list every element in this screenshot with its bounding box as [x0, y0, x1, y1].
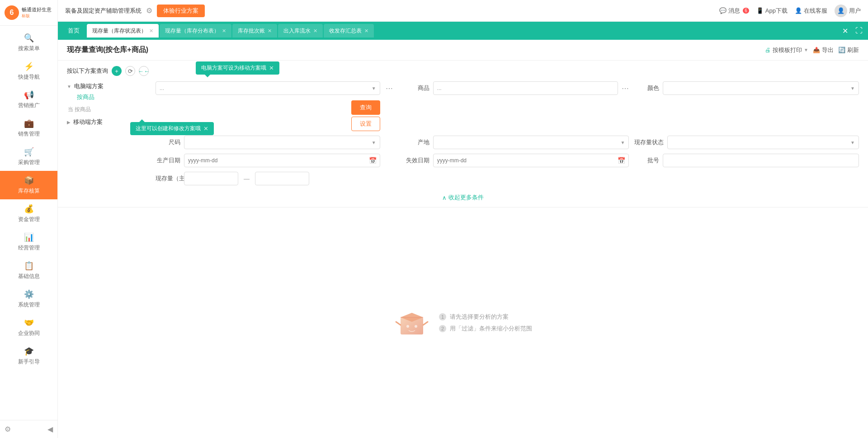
tabbar: 首页 现存量（库存状况表） ✕ 现存量（库存分布表） ✕ 库存批次账 ✕ 出入库… — [58, 22, 868, 40]
origin-select[interactable]: ▼ — [433, 136, 629, 149]
production-date-input[interactable] — [184, 154, 380, 167]
operations-icon: 📊 — [24, 232, 34, 242]
expiry-date-calendar-icon[interactable]: 📅 — [618, 157, 625, 164]
sidebar-item-quicknav[interactable]: ⚡ 快捷导航 — [0, 57, 57, 85]
tabbar-expand[interactable]: ⛶ — [854, 26, 864, 36]
svg-line-6 — [423, 322, 428, 325]
message-action[interactable]: 💬 消息 6 — [719, 7, 749, 15]
tooltip-create-scheme: 这里可以创建和修改方案哦 ✕ — [130, 122, 214, 135]
filter-row-1: ... ▼ ⋯ 商品 ... ⋯ — [156, 81, 859, 131]
stock-main-input-from[interactable] — [184, 172, 238, 185]
size-label: 尺码 — [156, 138, 180, 146]
filter-label: 按以下方案查询 — [67, 67, 108, 75]
warehouse-more-icon[interactable]: ⋯ — [386, 84, 399, 93]
sidebar-item-basic[interactable]: 📋 基础信息 — [0, 256, 57, 285]
sales-icon: 💼 — [24, 118, 34, 128]
warehouse-select[interactable]: ... ▼ — [156, 81, 380, 95]
tab-home[interactable]: 首页 — [61, 22, 86, 40]
online-service-label: 在线客服 — [804, 7, 827, 15]
sidebar-item-marketing[interactable]: 📢 营销推广 — [0, 85, 57, 114]
expiry-date-label: 失效日期 — [405, 156, 429, 165]
collapse-button[interactable]: ∧ 收起更多条件 — [442, 193, 484, 202]
refresh-button[interactable]: 🔄 刷新 — [838, 46, 859, 54]
search-button[interactable]: 查询 — [351, 100, 380, 115]
expand-arrow-icon: ▼ — [67, 84, 71, 89]
warehouse-field: ... ▼ — [156, 81, 380, 95]
tab-inventory-dist[interactable]: 现存量（库存分布表） ✕ — [160, 24, 231, 38]
tab-summary[interactable]: 收发存汇总表 ✕ — [324, 24, 374, 38]
sidebar-item-guide[interactable]: 🎓 新手引导 — [0, 342, 57, 370]
batch-input[interactable] — [663, 154, 859, 167]
collapse-up-icon: ∧ — [442, 194, 447, 201]
user-action[interactable]: 👤 用户 — [835, 5, 861, 17]
expiry-date-input[interactable] — [433, 154, 629, 167]
tab-close-icon[interactable]: ✕ — [222, 28, 226, 34]
sidebar-item-label: 快捷导航 — [18, 73, 40, 81]
desktop-scheme-header[interactable]: ▼ 电脑端方案 — [67, 81, 148, 91]
tab-close-icon[interactable]: ✕ — [313, 28, 317, 34]
filter-row-2: 尺码 ▼ 产地 ▼ — [156, 136, 859, 149]
color-select[interactable]: ▼ — [663, 81, 859, 95]
settings-icon[interactable]: ⚙ — [5, 425, 11, 433]
scheme-item-goods[interactable]: 按商品 — [67, 91, 148, 103]
tip-num-1: 1 — [439, 313, 446, 320]
desktop-scheme-label: 电脑端方案 — [74, 82, 104, 90]
stock-status-select[interactable]: ▼ — [667, 136, 859, 149]
tab-close-icon[interactable]: ✕ — [268, 28, 272, 34]
brand-name: 畅通道好生意 — [22, 6, 52, 13]
sidebar-item-system[interactable]: ⚙️ 系统管理 — [0, 285, 57, 313]
tooltip1-close[interactable]: ✕ — [269, 65, 274, 71]
topbar-settings-icon[interactable]: ⚙ — [146, 6, 152, 15]
sidebar-item-sales[interactable]: 💼 销售管理 — [0, 114, 57, 142]
tab-inventory-status[interactable]: 现存量（库存状况表） ✕ — [87, 24, 159, 38]
app-download-action[interactable]: 📱 App下载 — [756, 7, 788, 15]
sidebar-item-label: 库存核算 — [18, 187, 40, 195]
online-service-action[interactable]: 👤 在线客服 — [795, 7, 827, 15]
marketing-icon: 📢 — [24, 90, 34, 100]
search-nav-icon: 🔍 — [24, 33, 34, 43]
tooltip2-close[interactable]: ✕ — [203, 125, 208, 132]
sidebar-item-inventory[interactable]: 📦 库存核算 — [0, 171, 57, 199]
data-area: 1 请先选择要分析的方案 2 用「过滤」条件来缩小分析范围 — [58, 207, 868, 438]
brand-badge: 标版 — [22, 13, 52, 19]
export-icon: 📤 — [813, 47, 820, 53]
print-template-button[interactable]: 🖨 按模板打印 ▼ — [765, 46, 808, 54]
tab-batch-account[interactable]: 库存批次账 ✕ — [232, 24, 277, 38]
production-date-calendar-icon[interactable]: 📅 — [369, 157, 377, 164]
reset-button[interactable]: 设置 — [351, 117, 380, 131]
goods-more-icon[interactable]: ⋯ — [622, 84, 629, 93]
refresh-scheme-button[interactable]: ⟳ — [125, 66, 135, 76]
tab-inout-flow[interactable]: 出入库流水 ✕ — [278, 24, 323, 38]
tabbar-actions: ✕ ⛶ — [840, 26, 864, 36]
tab-label: 库存批次账 — [238, 27, 265, 35]
expiry-date-field: 失效日期 📅 — [405, 154, 629, 167]
sidebar-item-search[interactable]: 🔍 搜索菜单 — [0, 28, 57, 57]
system-icon: ⚙️ — [24, 289, 34, 299]
tip-text-2: 用「过滤」条件来缩小分析范围 — [450, 325, 532, 333]
tab-close-icon[interactable]: ✕ — [364, 28, 368, 34]
add-scheme-button[interactable]: + — [112, 66, 122, 76]
warehouse-dots: ... — [160, 85, 164, 91]
empty-icon — [394, 305, 430, 341]
sidebar-item-collab[interactable]: 🤝 企业协同 — [0, 313, 57, 342]
tab-close-icon[interactable]: ✕ — [149, 28, 153, 34]
export-label: 导出 — [822, 46, 834, 54]
filter-fields: ... ▼ ⋯ 商品 ... ⋯ — [156, 81, 859, 190]
goods-field: 商品 ... ⋯ — [405, 81, 629, 95]
size-select[interactable]: ▼ — [184, 136, 380, 149]
back-scheme-button[interactable]: ←← — [139, 66, 149, 76]
sidebar-item-purchase[interactable]: 🛒 采购管理 — [0, 142, 57, 171]
tabbar-close-all[interactable]: ✕ — [840, 26, 850, 36]
app-download-label: App下载 — [765, 7, 788, 15]
sidebar-item-finance[interactable]: 💰 资金管理 — [0, 199, 57, 228]
stock-status-arrow-icon: ▼ — [850, 140, 855, 145]
stock-main-input-to[interactable] — [255, 172, 309, 185]
inventory-icon: 📦 — [24, 175, 34, 185]
goods-select[interactable]: ... — [433, 81, 618, 95]
collapse-icon[interactable]: ◀ — [47, 425, 53, 433]
batch-field: 批号 — [634, 154, 859, 167]
sidebar-item-operations[interactable]: 📊 经营管理 — [0, 228, 57, 256]
stock-main-label: 现存量（主） — [156, 174, 180, 183]
trial-button[interactable]: 体验行业方案 — [157, 5, 205, 17]
export-button[interactable]: 📤 导出 — [813, 46, 834, 54]
